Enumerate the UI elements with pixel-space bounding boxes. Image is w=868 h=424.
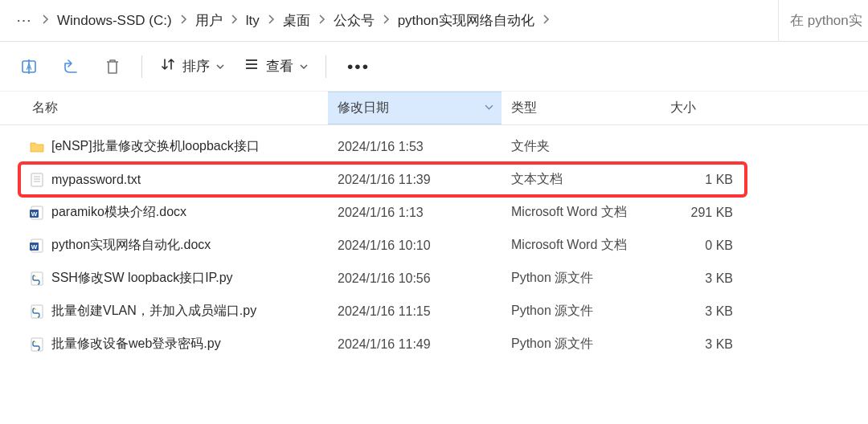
file-name: [eNSP]批量修改交换机loopback接口	[51, 139, 260, 153]
file-name: SSH修改SW loopback接口IP.py	[51, 271, 233, 284]
column-header-size[interactable]: 大小	[670, 100, 743, 116]
view-button[interactable]: 查看	[235, 49, 316, 84]
breadcrumb-bar: ⋯ Windows-SSD (C:)用户lty桌面公众号python实现网络自动…	[0, 0, 868, 42]
column-header-name[interactable]: 名称	[0, 100, 328, 116]
file-size: 3 KB	[670, 337, 743, 352]
view-label: 查看	[266, 57, 293, 75]
py-icon	[29, 304, 45, 320]
file-size: 3 KB	[670, 304, 743, 319]
toolbar-separator	[326, 55, 326, 78]
svg-point-19	[35, 308, 36, 310]
sort-button[interactable]: 排序	[152, 49, 232, 84]
column-header-type[interactable]: 类型	[502, 100, 670, 116]
breadcrumb-item[interactable]: 桌面	[276, 11, 317, 30]
file-size: 1 KB	[670, 173, 743, 187]
txt-icon	[29, 172, 45, 188]
file-size: 0 KB	[670, 238, 743, 253]
file-date: 2024/1/16 11:49	[328, 337, 502, 352]
file-date: 2024/1/16 11:15	[328, 304, 502, 319]
file-row[interactable]: Wparamiko模块介绍.docx2024/1/16 1:13Microsof…	[0, 196, 868, 229]
file-name-cell: SSH修改SW loopback接口IP.py	[0, 270, 328, 287]
file-name-cell: 批量创建VLAN，并加入成员端口.py	[0, 303, 328, 320]
docx-icon: W	[29, 238, 45, 254]
file-type: Python 源文件	[502, 336, 670, 353]
file-name-cell: [eNSP]批量修改交换机loopback接口	[0, 138, 328, 155]
chevron-right-icon[interactable]	[40, 14, 51, 27]
py-icon	[29, 336, 45, 353]
search-input[interactable]: 在 python实	[778, 0, 868, 42]
file-type: Microsoft Word 文档	[502, 237, 670, 254]
column-header-row: 名称 修改日期 类型 大小	[0, 92, 868, 125]
file-name-cell: Wpython实现网络自动化.docx	[0, 237, 328, 254]
share-button[interactable]	[51, 49, 90, 84]
file-row[interactable]: mypassword.txt2024/1/16 11:39文本文档1 KB	[0, 163, 868, 196]
file-name-cell: 批量修改设备web登录密码.py	[0, 336, 328, 353]
chevron-right-icon[interactable]	[381, 14, 391, 27]
chevron-down-icon	[216, 63, 224, 71]
file-name: 批量修改设备web登录密码.py	[51, 336, 221, 350]
chevron-right-icon[interactable]	[317, 14, 327, 27]
chevron-right-icon[interactable]	[178, 14, 189, 27]
svg-point-21	[35, 341, 36, 343]
sort-dropdown-icon	[485, 103, 493, 114]
breadcrumb-item[interactable]: 公众号	[327, 11, 381, 30]
sort-label: 排序	[182, 57, 210, 75]
rename-button[interactable]: A	[10, 49, 48, 84]
file-row[interactable]: 批量创建VLAN，并加入成员端口.py2024/1/16 11:15Python…	[0, 295, 868, 328]
folder-icon	[29, 139, 45, 155]
svg-text:W: W	[31, 210, 38, 218]
file-size: 291 KB	[670, 206, 743, 220]
file-row[interactable]: [eNSP]批量修改交换机loopback接口2024/1/16 1:53文件夹	[0, 130, 868, 163]
more-options-button[interactable]: •••	[336, 57, 381, 76]
file-name: 批量创建VLAN，并加入成员端口.py	[51, 304, 256, 317]
file-date: 2024/1/16 11:39	[328, 173, 502, 187]
file-name: paramiko模块介绍.docx	[51, 205, 186, 218]
view-list-icon	[244, 56, 260, 76]
docx-icon: W	[29, 205, 45, 221]
breadcrumb-item[interactable]: python实现网络自动化	[391, 11, 541, 30]
file-name-cell: mypassword.txt	[0, 173, 328, 187]
breadcrumb-item[interactable]: 用户	[189, 11, 229, 30]
column-header-date[interactable]: 修改日期	[328, 92, 502, 124]
file-list: [eNSP]批量修改交换机loopback接口2024/1/16 1:53文件夹…	[0, 125, 868, 361]
file-name-cell: Wparamiko模块介绍.docx	[0, 204, 328, 221]
chevron-right-icon[interactable]	[541, 14, 551, 27]
file-type: Python 源文件	[502, 303, 670, 320]
svg-point-17	[35, 275, 36, 277]
toolbar: A 排序 查看 •••	[0, 42, 868, 92]
breadcrumb-item[interactable]: Windows-SSD (C:)	[51, 13, 178, 29]
file-row[interactable]: Wpython实现网络自动化.docx2024/1/16 10:10Micros…	[0, 229, 868, 262]
file-row[interactable]: 批量修改设备web登录密码.py2024/1/16 11:49Python 源文…	[0, 328, 868, 361]
sort-icon	[160, 56, 176, 76]
breadcrumb: ⋯ Windows-SSD (C:)用户lty桌面公众号python实现网络自动…	[8, 11, 778, 30]
toolbar-separator	[141, 55, 142, 78]
chevron-down-icon	[300, 63, 308, 71]
chevron-right-icon[interactable]	[229, 14, 240, 27]
breadcrumb-item[interactable]: lty	[240, 13, 266, 29]
file-row[interactable]: SSH修改SW loopback接口IP.py2024/1/16 10:56Py…	[0, 262, 868, 295]
file-type: 文件夹	[502, 138, 670, 155]
file-type: 文本文档	[502, 171, 670, 188]
svg-rect-6	[31, 173, 43, 186]
delete-button[interactable]	[93, 49, 132, 84]
file-type: Microsoft Word 文档	[502, 204, 670, 221]
file-date: 2024/1/16 1:53	[328, 140, 502, 154]
svg-text:W: W	[31, 243, 38, 251]
file-date: 2024/1/16 10:56	[328, 271, 502, 286]
file-type: Python 源文件	[502, 270, 670, 287]
py-icon	[29, 271, 45, 287]
breadcrumb-overflow-button[interactable]: ⋯	[8, 11, 40, 30]
chevron-right-icon[interactable]	[266, 14, 276, 27]
file-date: 2024/1/16 10:10	[328, 238, 502, 253]
file-date: 2024/1/16 1:13	[328, 206, 502, 220]
file-size: 3 KB	[670, 271, 743, 286]
file-name: mypassword.txt	[51, 173, 141, 186]
file-name: python实现网络自动化.docx	[51, 238, 211, 251]
